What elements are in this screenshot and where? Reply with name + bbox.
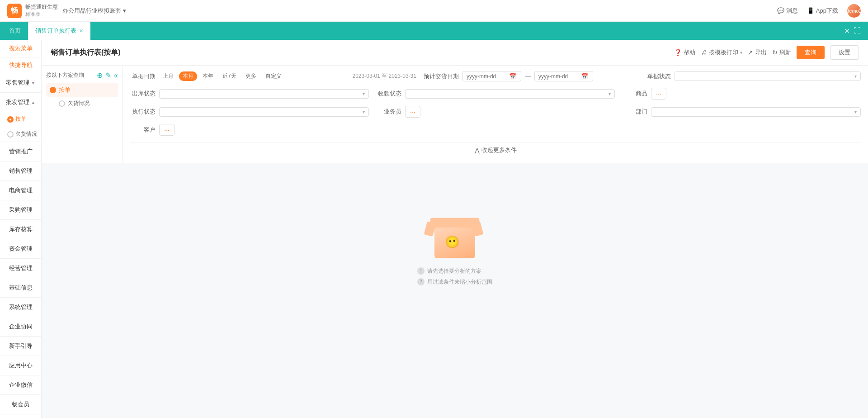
sidebar-item-wholesale[interactable]: 批发管理 ▲ [0,93,41,112]
filter-row-4: 客户 ··· [130,124,861,136]
date-tab-this-month[interactable]: 本月 [179,71,197,81]
sidebar: 搜索菜单 快捷导航 零售管理 ▼ 批发管理 ▲ ● 按单 欠货情况 [0,40,42,418]
sidebar-subitem-shortage[interactable]: 欠货情况 [0,127,41,142]
collapse-bar: ⋀ 收起更多条件 [130,142,861,158]
doc-date-control: 上月 本月 本年 近7天 更多 自定义 [159,71,345,81]
tab-sales-order[interactable]: 销售订单执行表 ✕ [28,22,90,40]
scheme-title: 按以下方案查询 ⊕ ✎ « [46,71,118,80]
doc-status-label: 单据状态 [646,72,671,81]
filter-field-expected-date: 预计交货日期 📅 — 📅 [424,71,639,81]
sidebar-item-marketing[interactable]: 营销推广 [0,142,41,161]
exec-status-control: ▾ [159,107,369,117]
empty-face-icon: 😶 [444,235,460,250]
nav-dropdown-icon: ▾ [123,7,126,14]
scheme-item-shortage[interactable]: 欠货情况 [46,97,118,110]
sidebar-item-finance[interactable]: 资金管理 [0,239,41,258]
sidebar-section-newbie: 新手引导 [0,337,41,356]
receive-status-select[interactable]: ▾ [405,89,615,99]
tab-minimize-icon[interactable]: ✕ [844,27,850,35]
tab-close-icon[interactable]: ✕ [79,28,83,34]
message-button[interactable]: 💬 消息 [777,7,798,15]
sidebar-item-collab[interactable]: 企业协同 [0,317,41,336]
exec-status-select[interactable]: ▾ [159,107,369,117]
empty-hints: 1 请先选择要分析的方案 2 用过滤条件来缩小分析范围 [417,266,492,287]
user-area[interactable]: demo2 [847,4,861,18]
sidebar-item-inventory[interactable]: 库存核算 [0,220,41,239]
expected-date-end-input[interactable] [538,73,579,80]
expected-date-start-input[interactable] [467,73,507,80]
sidebar-section-sales: 销售管理 [0,162,41,181]
filter-field-receive-status: 收款状态 ▾ [376,89,615,99]
out-status-control: ▾ [159,89,369,99]
tab-maximize-icon[interactable]: ⛶ [854,27,861,35]
customer-control: ··· [159,124,175,136]
doc-status-control: ▾ [675,71,861,81]
refresh-button[interactable]: ↻ 刷新 [772,48,791,57]
date-tab-this-year[interactable]: 本年 [199,71,217,81]
collapse-button[interactable]: ⋀ 收起更多条件 [475,146,517,154]
sidebar-item-vip[interactable]: 畅会员 [0,395,41,414]
app-download-button[interactable]: 📱 App下载 [807,7,838,15]
sidebar-subitem-by-order[interactable]: ● 按单 [0,112,41,127]
date-tab-more[interactable]: 更多 [242,71,260,81]
doc-status-select[interactable]: ▾ [675,71,861,81]
sidebar-section-vip: 畅会员 [0,395,41,414]
customer-ellipsis-button[interactable]: ··· [159,124,175,136]
scheme-collapse-icon[interactable]: « [114,71,118,80]
filter-row-1: 单据日期 上月 本月 本年 近7天 更多 自定义 20 [130,71,861,81]
retail-arrow-icon: ▼ [31,81,36,86]
salesman-ellipsis-button[interactable]: ··· [405,106,420,118]
sidebar-section-operations: 经营管理 [0,259,41,278]
sidebar-item-purchase[interactable]: 采购管理 [0,200,41,219]
goods-ellipsis-button[interactable]: ··· [651,88,666,100]
sidebar-item-retail[interactable]: 零售管理 ▼ [0,73,41,92]
scheme-add-icon[interactable]: ⊕ [97,71,103,80]
scheme-item-by-order[interactable]: 按单 [46,83,118,97]
customer-label: 客户 [130,126,156,134]
tab-home[interactable]: 首页 [2,22,28,40]
sidebar-section-retail: 零售管理 ▼ [0,73,41,93]
expected-date-start[interactable]: 📅 [462,71,521,81]
sidebar-item-basicinfo[interactable]: 基础信息 [0,278,41,297]
out-status-select[interactable]: ▾ [159,89,369,99]
date-tab-7days[interactable]: 近7天 [219,71,240,81]
sidebar-section-appcenter: 应用中心 [0,356,41,375]
scheme-actions: ⊕ ✎ « [97,71,118,80]
date-tabs: 上月 本月 本年 近7天 更多 自定义 [159,71,285,81]
query-button[interactable]: 查询 [797,46,825,59]
print-icon: 🖨 [701,49,707,56]
scheme-circle-icon [59,100,65,107]
logo-subtitle: 标准版 [25,11,58,18]
template-print-button[interactable]: 🖨 按模板打印 ▾ [701,48,742,57]
settings-button[interactable]: 设置 [830,45,859,60]
sidebar-item-newbie[interactable]: 新手引导 [0,337,41,356]
sidebar-item-operations[interactable]: 经营管理 [0,259,41,278]
date-tab-custom[interactable]: 自定义 [262,71,285,81]
date-tab-last-month[interactable]: 上月 [159,71,177,81]
scheme-edit-icon[interactable]: ✎ [105,71,111,80]
page-header-actions: ❓ 帮助 🖨 按模板打印 ▾ ↗ 导出 ↻ 刷新 查询 设置 [674,45,859,60]
sidebar-search[interactable]: 搜索菜单 [0,40,41,57]
export-icon: ↗ [748,49,753,56]
sidebar-item-ecommerce[interactable]: 电商管理 [0,181,41,200]
logo-area: 畅 畅捷通好生意 标准版 [7,4,58,18]
nav-title[interactable]: 办公用品行业模拟账套 ▾ [62,7,126,15]
sidebar-item-system[interactable]: 系统管理 [0,298,41,317]
filter-field-doc-status: 单据状态 ▾ [646,71,861,81]
help-button[interactable]: ❓ 帮助 [674,48,695,57]
expected-date-end[interactable]: 📅 [534,71,593,81]
export-button[interactable]: ↗ 导出 [748,48,767,57]
sidebar-item-appcenter[interactable]: 应用中心 [0,356,41,375]
filter-field-doc-date: 单据日期 上月 本月 本年 近7天 更多 自定义 [130,71,345,81]
sidebar-item-wechat[interactable]: 企业微信 [0,375,41,394]
filter-field-customer: 客户 ··· [130,124,175,136]
date-separator: — [525,73,531,80]
dept-select[interactable]: ▾ [651,107,861,117]
sidebar-item-sales[interactable]: 销售管理 [0,162,41,180]
exec-status-caret-icon: ▾ [363,109,365,114]
logo-text-area: 畅捷通好生意 标准版 [25,4,58,18]
goods-control: ··· [651,88,861,100]
sidebar-section-wechat: 企业微信 [0,375,41,395]
sidebar-quick-nav[interactable]: 快捷导航 [0,57,41,73]
sidebar-section-purchase: 采购管理 [0,200,41,220]
